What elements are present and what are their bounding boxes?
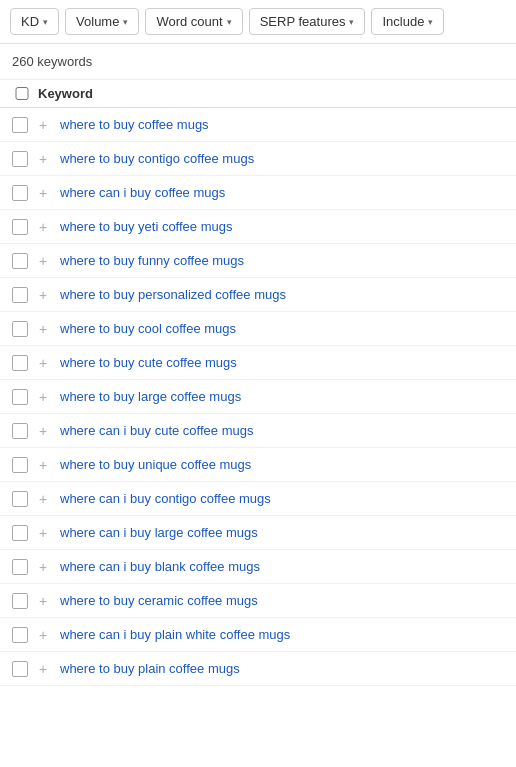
row-checkbox[interactable]: [12, 661, 28, 677]
table-row: +where can i buy blank coffee mugs: [0, 550, 516, 584]
table-row: +where to buy yeti coffee mugs: [0, 210, 516, 244]
keyword-link[interactable]: where can i buy plain white coffee mugs: [60, 627, 290, 642]
row-checkbox[interactable]: [12, 389, 28, 405]
row-checkbox[interactable]: [12, 253, 28, 269]
keyword-link[interactable]: where can i buy large coffee mugs: [60, 525, 258, 540]
keyword-list: +where to buy coffee mugs+where to buy c…: [0, 108, 516, 686]
toolbar: KD ▾ Volume ▾ Word count ▾ SERP features…: [0, 0, 516, 44]
keyword-link[interactable]: where can i buy coffee mugs: [60, 185, 225, 200]
row-checkbox[interactable]: [12, 457, 28, 473]
keyword-link[interactable]: where to buy yeti coffee mugs: [60, 219, 232, 234]
add-keyword-icon[interactable]: +: [34, 184, 52, 202]
add-keyword-icon[interactable]: +: [34, 116, 52, 134]
volume-filter-button[interactable]: Volume ▾: [65, 8, 139, 35]
table-row: +where to buy personalized coffee mugs: [0, 278, 516, 312]
keyword-link[interactable]: where to buy coffee mugs: [60, 117, 209, 132]
word-count-chevron-icon: ▾: [227, 17, 232, 27]
add-keyword-icon[interactable]: +: [34, 320, 52, 338]
keyword-link[interactable]: where can i buy contigo coffee mugs: [60, 491, 271, 506]
add-keyword-icon[interactable]: +: [34, 456, 52, 474]
keyword-column-header: Keyword: [38, 86, 93, 101]
serp-features-filter-button[interactable]: SERP features ▾: [249, 8, 366, 35]
keyword-link[interactable]: where can i buy cute coffee mugs: [60, 423, 253, 438]
keyword-link[interactable]: where to buy cool coffee mugs: [60, 321, 236, 336]
table-row: +where can i buy coffee mugs: [0, 176, 516, 210]
include-label: Include: [382, 14, 424, 29]
add-keyword-icon[interactable]: +: [34, 388, 52, 406]
table-header: Keyword: [0, 80, 516, 108]
keyword-link[interactable]: where to buy cute coffee mugs: [60, 355, 237, 370]
row-checkbox[interactable]: [12, 593, 28, 609]
table-row: +where to buy cute coffee mugs: [0, 346, 516, 380]
keyword-link[interactable]: where to buy large coffee mugs: [60, 389, 241, 404]
table-row: +where can i buy plain white coffee mugs: [0, 618, 516, 652]
keyword-link[interactable]: where to buy unique coffee mugs: [60, 457, 251, 472]
table-row: +where to buy cool coffee mugs: [0, 312, 516, 346]
serp-features-chevron-icon: ▾: [349, 17, 354, 27]
include-chevron-icon: ▾: [428, 17, 433, 27]
table-row: +where to buy unique coffee mugs: [0, 448, 516, 482]
word-count-filter-button[interactable]: Word count ▾: [145, 8, 242, 35]
include-filter-button[interactable]: Include ▾: [371, 8, 444, 35]
row-checkbox[interactable]: [12, 287, 28, 303]
table-row: +where can i buy large coffee mugs: [0, 516, 516, 550]
table-row: +where to buy coffee mugs: [0, 108, 516, 142]
add-keyword-icon[interactable]: +: [34, 422, 52, 440]
keyword-link[interactable]: where to buy personalized coffee mugs: [60, 287, 286, 302]
row-checkbox[interactable]: [12, 525, 28, 541]
add-keyword-icon[interactable]: +: [34, 150, 52, 168]
volume-label: Volume: [76, 14, 119, 29]
row-checkbox[interactable]: [12, 117, 28, 133]
add-keyword-icon[interactable]: +: [34, 592, 52, 610]
add-keyword-icon[interactable]: +: [34, 490, 52, 508]
row-checkbox[interactable]: [12, 219, 28, 235]
table-row: +where to buy contigo coffee mugs: [0, 142, 516, 176]
row-checkbox[interactable]: [12, 559, 28, 575]
serp-features-label: SERP features: [260, 14, 346, 29]
kd-label: KD: [21, 14, 39, 29]
keyword-link[interactable]: where to buy ceramic coffee mugs: [60, 593, 258, 608]
table-row: +where to buy funny coffee mugs: [0, 244, 516, 278]
table-row: +where can i buy contigo coffee mugs: [0, 482, 516, 516]
keyword-link[interactable]: where to buy contigo coffee mugs: [60, 151, 254, 166]
row-checkbox[interactable]: [12, 627, 28, 643]
add-keyword-icon[interactable]: +: [34, 218, 52, 236]
table-row: +where to buy large coffee mugs: [0, 380, 516, 414]
add-keyword-icon[interactable]: +: [34, 286, 52, 304]
keyword-link[interactable]: where to buy plain coffee mugs: [60, 661, 240, 676]
keyword-count: 260 keywords: [0, 44, 516, 80]
select-all-checkbox[interactable]: [12, 87, 32, 100]
add-keyword-icon[interactable]: +: [34, 524, 52, 542]
add-keyword-icon[interactable]: +: [34, 626, 52, 644]
add-keyword-icon[interactable]: +: [34, 354, 52, 372]
word-count-label: Word count: [156, 14, 222, 29]
row-checkbox[interactable]: [12, 321, 28, 337]
row-checkbox[interactable]: [12, 355, 28, 371]
table-row: +where can i buy cute coffee mugs: [0, 414, 516, 448]
add-keyword-icon[interactable]: +: [34, 558, 52, 576]
row-checkbox[interactable]: [12, 185, 28, 201]
row-checkbox[interactable]: [12, 151, 28, 167]
table-row: +where to buy ceramic coffee mugs: [0, 584, 516, 618]
row-checkbox[interactable]: [12, 491, 28, 507]
add-keyword-icon[interactable]: +: [34, 660, 52, 678]
keyword-link[interactable]: where to buy funny coffee mugs: [60, 253, 244, 268]
kd-filter-button[interactable]: KD ▾: [10, 8, 59, 35]
volume-chevron-icon: ▾: [123, 17, 128, 27]
row-checkbox[interactable]: [12, 423, 28, 439]
kd-chevron-icon: ▾: [43, 17, 48, 27]
add-keyword-icon[interactable]: +: [34, 252, 52, 270]
keyword-link[interactable]: where can i buy blank coffee mugs: [60, 559, 260, 574]
table-row: +where to buy plain coffee mugs: [0, 652, 516, 686]
